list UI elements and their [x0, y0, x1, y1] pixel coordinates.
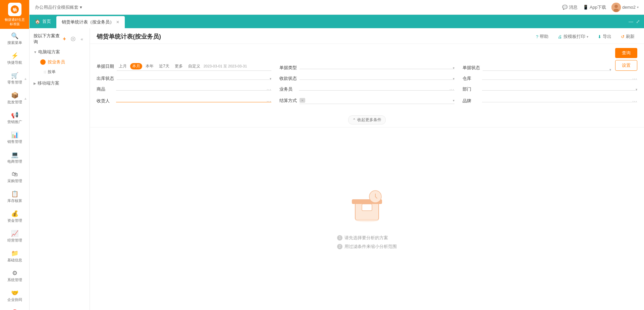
salesperson-filter-control[interactable]: ···	[299, 88, 454, 91]
svg-text:畅: 畅	[13, 7, 17, 12]
sidebar-item-system[interactable]: ⚙ 系统管理	[0, 266, 29, 286]
print-btn[interactable]: 🖨 按模板打印 ▾	[555, 32, 591, 41]
mobile-group-arrow: ▶	[34, 82, 36, 85]
salesperson-label: 业务员	[279, 86, 296, 92]
app-download-btn[interactable]: 📱 App下载	[583, 4, 606, 10]
salesperson-more-icon[interactable]: ···	[449, 87, 454, 92]
date-tab-more[interactable]: 更多	[173, 63, 185, 69]
tip-2-text: 用过滤条件来缩小分析范围	[344, 242, 397, 251]
date-tab-this-year[interactable]: 本年	[144, 63, 156, 69]
operations-icon: 📈	[11, 230, 18, 237]
collapse-filters-btn[interactable]: ⌃ 收起更多条件	[348, 115, 386, 124]
sidebar-item-retail[interactable]: 🛒 零售管理 ▲	[0, 68, 29, 88]
sidebar-item-purchase[interactable]: 🛍 采购管理	[0, 167, 29, 187]
svg-rect-10	[362, 204, 372, 211]
settlement-tag-x[interactable]: ×	[301, 98, 303, 102]
date-tab-last-month[interactable]: 上月	[117, 63, 129, 69]
sidebar-item-enterprise[interactable]: 🤝 企业协同	[0, 286, 29, 306]
tab-home[interactable]: 🏠 首页	[30, 15, 56, 28]
sidebar-item-quick-nav[interactable]: ⚡ 快捷导航	[0, 49, 29, 68]
filter-doctype-col: 单据类型 ▾	[279, 65, 454, 71]
filter-row-3: 商品 ··· 业务员 ··· 部门 ▾	[97, 86, 637, 92]
sidebar-item-search[interactable]: 🔍 搜索菜单	[0, 29, 29, 49]
refresh-btn[interactable]: ↺ 刷新	[618, 32, 637, 41]
filter-warehouse-col: 仓库 ···	[463, 75, 637, 82]
goods-label: 商品	[97, 86, 113, 92]
active-scheme-dot	[40, 59, 46, 65]
brand-more-icon[interactable]: ···	[632, 98, 637, 104]
add-scheme-btn[interactable]: +	[61, 35, 68, 43]
panel-header-label: 按以下方案查询	[34, 33, 61, 45]
brand-filter-control[interactable]: ···	[482, 100, 637, 102]
tab-sales-stat[interactable]: 销货单统计表（按业务员） ✕	[56, 16, 125, 28]
consignee-label: 收货人	[97, 98, 113, 104]
docstatus-filter-control[interactable]: ▾	[483, 68, 611, 71]
settlement-dropdown-icon: ▾	[453, 99, 454, 102]
topbar-right: 💬 消息 📱 App下载 demo2 ▾	[562, 3, 639, 12]
desktop-scheme-group: ▼ 电脑端方案 按业务员 ⁞⁞ 按单	[30, 47, 90, 77]
doctype-dropdown-icon: ▾	[453, 66, 454, 69]
department-filter-control[interactable]: ▾	[482, 88, 637, 91]
logo-icon: 畅	[8, 3, 21, 16]
logo-area[interactable]: 畅 畅捷通好生意 标准版	[0, 0, 29, 29]
settlement-tag[interactable]: ×	[300, 98, 305, 103]
warehouse-label: 仓库	[463, 75, 479, 82]
sidebar-item-newbie[interactable]: 🎯 新手引导	[0, 306, 29, 310]
payment-filter-control[interactable]: ▾	[300, 78, 454, 80]
edit-scheme-btn[interactable]	[69, 35, 77, 43]
message-btn[interactable]: 💬 消息	[562, 4, 578, 10]
scheme-sub-item-by-order[interactable]: ⁞⁞ 按单	[30, 67, 90, 77]
settings-button[interactable]: 设置	[615, 60, 637, 71]
outstatus-label: 出库状态	[97, 75, 114, 82]
sidebar-item-basic-info[interactable]: 📁 基础信息	[0, 246, 29, 266]
desktop-scheme-group-header[interactable]: ▼ 电脑端方案	[30, 47, 90, 57]
settlement-filter-control[interactable]: × ▾	[300, 97, 454, 104]
mobile-scheme-group-header[interactable]: ▶ 移动端方案	[30, 78, 90, 88]
tip-2-num: 2	[337, 244, 342, 249]
sidebar-item-wholesale[interactable]: 📦 批发管理 ▲	[0, 88, 29, 108]
user-menu[interactable]: demo2 ▾	[611, 3, 639, 12]
settlement-label: 结算方式	[279, 98, 297, 104]
date-filter-control[interactable]: 上月 本月 本年 近7天 更多 自定义 2023-03-01 至 2023-03…	[117, 62, 271, 71]
sidebar-item-ecommerce[interactable]: 💻 电商管理	[0, 148, 29, 167]
export-btn[interactable]: ⬇ 导出	[595, 32, 614, 41]
sidebar-item-inventory[interactable]: 📋 库存核算	[0, 187, 29, 207]
sidebar-item-sales[interactable]: 📊 销售管理	[0, 128, 29, 148]
svg-point-14	[355, 218, 379, 222]
consignee-filter-control[interactable]: ···	[116, 100, 271, 102]
home-icon: 🏠	[35, 19, 40, 24]
consignee-more-icon[interactable]: ···	[267, 98, 272, 104]
scheme-by-salesperson-label: 按业务员	[48, 59, 65, 65]
sidebar-item-operations[interactable]: 📈 经营管理	[0, 226, 29, 246]
enterprise-icon: 🤝	[11, 289, 18, 297]
query-button[interactable]: 查询	[615, 48, 637, 58]
user-dropdown-icon: ▾	[637, 5, 639, 9]
outstatus-filter-control[interactable]: ▾	[117, 78, 271, 80]
doctype-filter-control[interactable]: ▾	[300, 67, 454, 69]
tab-close-icon[interactable]: ✕	[116, 20, 119, 24]
scheme-item-by-salesperson[interactable]: 按业务员	[31, 57, 88, 67]
goods-filter-control[interactable]: ···	[116, 88, 271, 91]
page-title-bar: 销货单统计表(按业务员) ? 帮助 🖨 按模板打印 ▾ ⬇ 导出	[90, 28, 644, 44]
sidebar-item-marketing[interactable]: 📢 营销推广	[0, 108, 29, 128]
date-tab-last-7[interactable]: 近7天	[157, 63, 171, 69]
warehouse-filter-control[interactable]: ···	[482, 78, 637, 80]
help-icon: ?	[536, 34, 538, 39]
collapse-panel-btn[interactable]: «	[78, 35, 86, 43]
tab-minimize-btn[interactable]: —	[629, 19, 633, 24]
warehouse-more-icon[interactable]: ···	[632, 76, 637, 81]
topbar-title-dropdown[interactable]: 办公用品行业模拟账套 ▾	[35, 4, 82, 10]
date-tab-custom[interactable]: 自定义	[186, 63, 202, 69]
sidebar-item-finance[interactable]: 💰 资金管理	[0, 207, 29, 226]
filter-row-4: 收货人 ··· 结算方式 × ▾	[97, 97, 637, 104]
filter-docstatus-col: 单据状态 ▾ 查询 设置	[463, 48, 637, 71]
goods-more-icon[interactable]: ···	[267, 87, 272, 92]
svg-point-3	[614, 5, 618, 8]
topbar-left: 办公用品行业模拟账套 ▾	[35, 4, 82, 10]
tab-maximize-btn[interactable]: ⤢	[636, 19, 640, 24]
help-btn[interactable]: ? 帮助	[533, 32, 551, 41]
date-tab-this-month[interactable]: 本月	[130, 63, 142, 69]
print-dropdown-icon: ▾	[587, 35, 588, 39]
title-actions: ? 帮助 🖨 按模板打印 ▾ ⬇ 导出 ↺ 刷新	[533, 32, 637, 41]
action-buttons: 查询 设置	[615, 48, 637, 71]
